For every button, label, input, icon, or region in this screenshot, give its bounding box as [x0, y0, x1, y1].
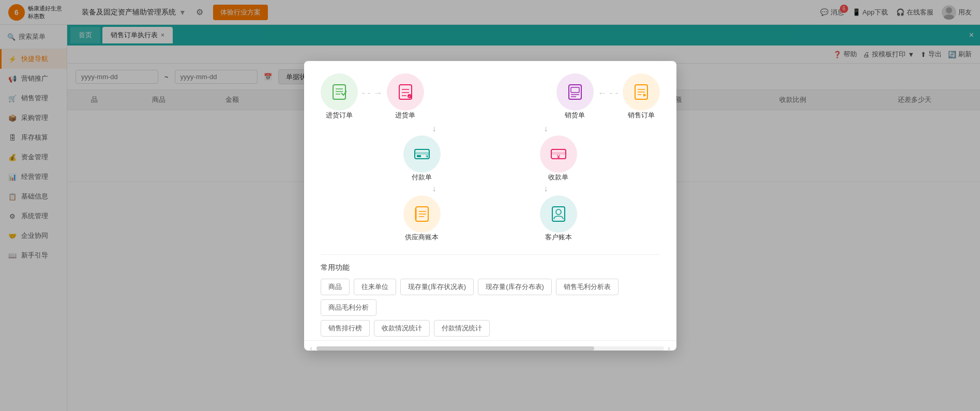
flow-col-1: 进货订单: [321, 73, 358, 120]
purchase-order-label: 进货订单: [326, 111, 353, 120]
btn-stock-status[interactable]: 现存量(库存状况表): [400, 279, 474, 295]
btn-sales-profit[interactable]: 销售毛利分析表: [556, 279, 619, 295]
flow-col-payment: ¥ 付款单: [403, 135, 441, 182]
arrow-down-4: ↓: [515, 184, 577, 193]
common-functions-title: 常用功能: [321, 263, 660, 272]
sales-order-circle: [623, 73, 660, 111]
supplier-ledger-label: 供应商账本: [405, 233, 439, 242]
flow-col-customer: 客户账本: [540, 195, 577, 242]
common-btns-row2: 销售排行榜 收款情况统计 付款情况统计: [321, 320, 660, 337]
arrow-down-3: ↓: [403, 184, 465, 193]
scroll-track: [316, 346, 664, 351]
btn-payment-stats[interactable]: 付款情况统计: [434, 320, 490, 337]
svg-text:¥: ¥: [425, 154, 429, 159]
sales-invoice-circle: [556, 73, 594, 111]
customer-ledger-circle: [540, 195, 577, 233]
arrow-down-1: ↓: [403, 124, 465, 133]
customer-ledger-label: 客户账本: [545, 233, 572, 242]
receipt-label: 收款单: [548, 173, 568, 182]
svg-rect-2: [333, 85, 345, 99]
arrow-1: - - →: [358, 73, 387, 99]
flow-section: 进货订单 - - → ✓ 进货单: [321, 73, 660, 242]
svg-marker-20: [643, 94, 646, 97]
btn-product[interactable]: 商品: [321, 279, 350, 295]
payment-label: 付款单: [412, 173, 432, 182]
svg-rect-29: [415, 208, 417, 220]
modal-overlay[interactable]: 进货订单 - - → ✓ 进货单: [0, 0, 980, 411]
svg-rect-13: [571, 87, 579, 93]
sales-order-label: 销售订单: [628, 111, 655, 120]
scroll-thumb: [316, 346, 595, 351]
purchase-invoice-label: 进货单: [395, 111, 415, 120]
supplier-ledger-circle: [403, 195, 441, 233]
flow-col-3: 销货单: [556, 73, 594, 120]
btn-product-profit[interactable]: 商品毛利分析: [321, 299, 376, 316]
flow-col-4: 销售订单: [623, 73, 660, 120]
purchase-invoice-circle: ✓: [387, 73, 424, 111]
flow-col-supplier: 供应商账本: [403, 195, 441, 242]
btn-counterparty[interactable]: 往来单位: [354, 279, 396, 295]
btn-sales-ranking[interactable]: 销售排行榜: [321, 320, 370, 337]
arrow-2: ← - -: [594, 73, 623, 99]
scroll-right-arrow[interactable]: ›: [668, 345, 670, 351]
purchase-order-circle: [321, 73, 358, 111]
modal-scrollbar[interactable]: ‹ ›: [304, 340, 676, 351]
btn-receipt-stats[interactable]: 收款情况统计: [374, 320, 430, 337]
svg-text:¥: ¥: [556, 154, 560, 160]
modal-body: 进货订单 - - → ✓ 进货单: [304, 61, 676, 340]
btn-stock-dist[interactable]: 现存量(库存分布表): [478, 279, 552, 295]
flow-col-2: ✓ 进货单: [387, 73, 424, 120]
svg-point-34: [556, 209, 561, 215]
svg-rect-23: [417, 155, 421, 157]
flow-modal: 进货订单 - - → ✓ 进货单: [304, 61, 676, 351]
svg-text:✓: ✓: [408, 95, 411, 98]
scroll-left-arrow[interactable]: ‹: [310, 345, 312, 351]
sales-invoice-label: 销货单: [565, 111, 585, 120]
receipt-circle: ¥: [540, 135, 577, 173]
flow-col-receipt: ¥ 收款单: [540, 135, 577, 182]
common-section: 常用功能 商品 往来单位 现存量(库存状况表) 现存量(库存分布表) 销售毛利分…: [321, 254, 660, 337]
payment-circle: ¥: [403, 135, 441, 173]
common-btns-row1: 商品 往来单位 现存量(库存状况表) 现存量(库存分布表) 销售毛利分析表 商品…: [321, 279, 660, 316]
arrow-down-2: ↓: [515, 124, 577, 133]
